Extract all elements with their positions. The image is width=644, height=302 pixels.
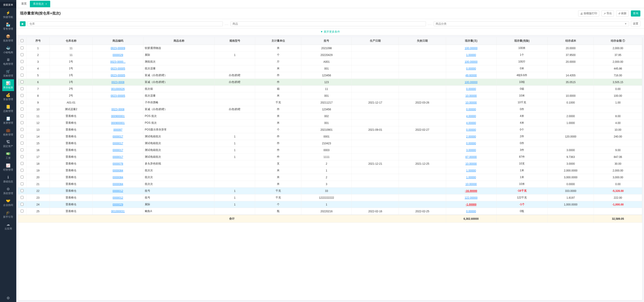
row-code[interactable]: 000900001 (92, 113, 144, 120)
row-qty-main[interactable]: 100.00000 (446, 79, 496, 86)
row-checkbox[interactable] (18, 181, 26, 188)
row-qty-main[interactable]: 4.00000 (446, 120, 496, 126)
sidebar-item-系统管理[interactable]: ⚙系统管理 (2, 185, 14, 197)
row-checkbox[interactable] (18, 167, 26, 174)
sidebar-item-库存核算[interactable]: 📊库存核算 (2, 79, 14, 91)
goods-input[interactable] (232, 22, 424, 25)
row-checkbox[interactable] (18, 194, 26, 201)
tab-close-icon[interactable]: ✕ (45, 3, 47, 5)
expand-conditions-button[interactable]: ▼ 展开更多条件 (320, 30, 340, 34)
row-code[interactable]: 0023-00005 (92, 92, 144, 99)
sidebar-item-云应用[interactable]: ☁云应用 (2, 220, 14, 232)
row-checkbox[interactable] (18, 208, 26, 215)
row-qty-main[interactable]: 10.00000 (446, 92, 496, 99)
sidebar-item-经营管理[interactable]: 📈经营管理 (2, 162, 14, 173)
row-checkbox[interactable] (18, 99, 26, 106)
row-code[interactable]: 0023-00005 (92, 65, 144, 72)
sidebar-item-基础信息[interactable]: ℹ基础信息 (2, 173, 14, 185)
sidebar-item-新手引导[interactable]: 🎓新手引导 (2, 209, 14, 220)
row-checkbox[interactable] (18, 113, 26, 120)
row-checkbox[interactable] (18, 133, 26, 140)
sidebar-item-总账管理[interactable]: 📒总账管理 (2, 103, 14, 115)
row-checkbox[interactable] (18, 174, 26, 181)
row-code[interactable]: 0000017 (92, 133, 144, 140)
row-code[interactable]: 0000029 (92, 52, 144, 58)
row-qty-main[interactable]: 10.00000 (446, 181, 496, 188)
sidebar-item-企业协同[interactable]: 🤝企业协同 (2, 197, 14, 209)
row-checkbox[interactable] (18, 92, 26, 99)
row-qty-main[interactable]: 0.00000 (446, 140, 496, 147)
row-qty-main[interactable]: 3.00000 (446, 147, 496, 154)
row-code[interactable]: 0023-0008 (92, 79, 144, 86)
row-code[interactable]: 000900001 (92, 120, 144, 126)
row-qty-main[interactable]: 10.00000 (446, 161, 496, 167)
row-checkbox[interactable] (18, 140, 26, 147)
sidebar-search-menu[interactable]: 搜索菜单 (0, 2, 16, 8)
row-code[interactable] (92, 99, 144, 106)
row-checkbox[interactable] (18, 147, 26, 154)
row-code[interactable]: 0000012 (92, 188, 144, 194)
row-checkbox[interactable] (18, 154, 26, 161)
row-code[interactable]: 0023-00009 (92, 45, 144, 52)
row-qty-main[interactable]: -16.00000 (446, 188, 496, 194)
row-checkbox[interactable] (18, 52, 26, 58)
row-code[interactable]: 0000012 (92, 194, 144, 201)
row-qty-main[interactable]: 0.00000 (446, 65, 496, 72)
refresh-button[interactable]: ↺ 刷新 (616, 11, 628, 17)
sidebar-item-采购管理[interactable]: 🛒采购管理 (2, 68, 14, 79)
row-qty-main[interactable]: 122.00000 (446, 194, 496, 201)
row-checkbox[interactable] (18, 58, 26, 65)
row-qty-main[interactable]: 49.60000 (446, 72, 496, 79)
sidebar-item-快捷导航[interactable]: ⚡快捷导航 (2, 9, 14, 21)
row-code[interactable]: 0023-00005 (92, 72, 144, 79)
row-code[interactable]: 0023-0000... (92, 58, 144, 65)
row-checkbox[interactable] (18, 86, 26, 92)
query-button[interactable]: 查询 (631, 11, 640, 17)
row-code[interactable]: 0000017 (92, 147, 144, 154)
row-code[interactable]: 001000031 (92, 208, 144, 215)
row-qty-main[interactable]: 0.00000 (446, 126, 496, 133)
tab-home[interactable]: 首页 (18, 1, 30, 8)
sidebar-item-工资[interactable]: 💵工资 (2, 150, 14, 162)
row-qty-main[interactable]: -1.00000 (446, 201, 496, 208)
row-code[interactable]: 000097 (92, 126, 144, 133)
row-qty-main[interactable]: 0.00000 (446, 106, 496, 113)
print-button[interactable]: 🖨 按模版打印 (578, 11, 599, 17)
row-qty-main[interactable]: 1.00000 (446, 174, 496, 181)
row-qty-main[interactable]: 0.00000 (446, 86, 496, 92)
row-qty-main[interactable]: 100.00000 (446, 58, 496, 65)
row-checkbox[interactable] (18, 72, 26, 79)
sidebar-item-税务管理[interactable]: 💼税务管理 (2, 126, 14, 138)
row-checkbox[interactable] (18, 201, 26, 208)
row-code[interactable]: 0000084 (92, 167, 144, 174)
tab-active[interactable]: 库存批次 ✕ (30, 1, 50, 7)
row-checkbox[interactable] (18, 120, 26, 126)
sidebar-item-资金管理[interactable]: 💰资金管理 (2, 91, 14, 103)
row-qty-main[interactable]: 100.00000 (446, 45, 496, 52)
row-code[interactable]: 0000078 (92, 161, 144, 167)
sidebar-item-固定资产[interactable]: 🏗固定资产 (2, 138, 14, 150)
row-qty-main[interactable]: 4.00000 (446, 113, 496, 120)
row-checkbox[interactable] (18, 45, 26, 52)
row-code[interactable]: 0000017 (92, 140, 144, 147)
sidebar-item-发票管理[interactable]: 🧾发票管理 (2, 115, 14, 126)
row-qty-main[interactable]: 10.00000 (446, 99, 496, 106)
row-code[interactable]: 0000017 (92, 154, 144, 161)
row-checkbox[interactable] (18, 106, 26, 113)
sidebar-item-零售管理[interactable]: 🏪零售管理 (2, 21, 14, 32)
sidebar-item-小鲸电商[interactable]: 🐳小鲸电商 (2, 44, 14, 56)
row-code[interactable]: 0000084 (92, 174, 144, 181)
row-code[interactable]: 0000029 (92, 201, 144, 208)
row-checkbox[interactable] (18, 188, 26, 194)
row-checkbox[interactable] (18, 79, 26, 86)
filter-toggle-button[interactable]: ▶ (20, 21, 26, 26)
row-code[interactable]: 0000084 (92, 181, 144, 188)
row-checkbox[interactable] (18, 126, 26, 133)
row-checkbox[interactable] (18, 65, 26, 72)
col-checkbox[interactable] (18, 37, 26, 45)
sidebar-settings-icon[interactable]: ⚙ (0, 294, 16, 302)
sidebar-item-批发管理[interactable]: 📦批发管理 (2, 32, 14, 44)
row-qty-main[interactable]: 1.00000 (446, 167, 496, 174)
sidebar-item-电商管理[interactable]: 🖥电商管理 (2, 56, 14, 68)
warehouse-input[interactable] (30, 22, 221, 25)
